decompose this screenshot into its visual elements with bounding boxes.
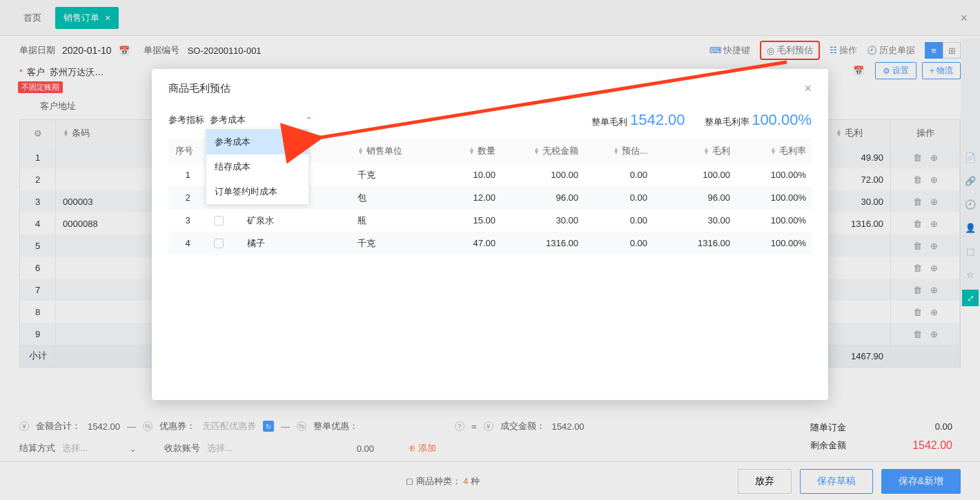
option-ref-cost[interactable]: 参考成本 [206, 130, 308, 154]
option-sign-cost[interactable]: 订单签约时成本 [206, 179, 308, 204]
checkbox[interactable] [214, 216, 224, 226]
indicator-dropdown: 参考成本 结存成本 订单签约时成本 [206, 129, 309, 205]
total-profit: 1542.00 [630, 111, 685, 128]
total-rate: 100.00% [752, 111, 812, 128]
modal-title: 商品毛利预估 [168, 82, 231, 95]
indicator-label: 参考指标 [168, 114, 204, 126]
chevron-up-icon[interactable]: ⌃ [305, 115, 313, 126]
modal-table-row: 4橘子千克47.001316.000.001316.00100.00% [168, 232, 812, 254]
profit-modal: 商品毛利预估 × 参考指标 ⌃ 参考成本 结存成本 订单签约时成本 整单毛利 1… [152, 69, 828, 400]
modal-table-row: 3矿泉水瓶15.0030.000.0030.00100.00% [168, 209, 812, 232]
indicator-select[interactable] [210, 113, 300, 127]
modal-close-icon[interactable]: × [804, 81, 812, 96]
checkbox[interactable] [214, 239, 224, 248]
option-balance-cost[interactable]: 结存成本 [206, 154, 308, 179]
